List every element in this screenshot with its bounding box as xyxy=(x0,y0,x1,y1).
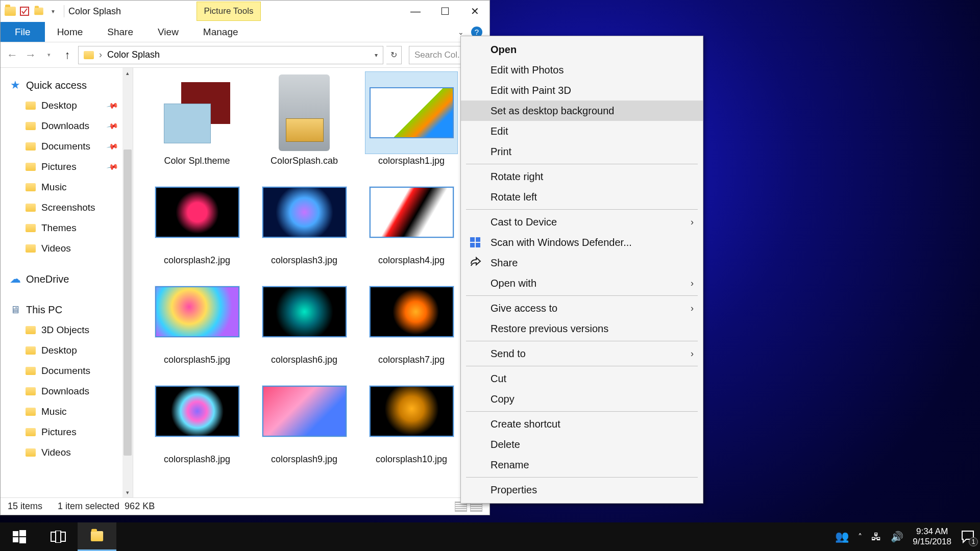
ribbon-tab-home[interactable]: Home xyxy=(45,22,95,42)
context-menu: OpenEdit with PhotosEdit with Paint 3DSe… xyxy=(460,36,703,504)
scroll-up-icon[interactable]: ▴ xyxy=(122,68,133,78)
context-menu-item[interactable]: Share xyxy=(461,253,703,273)
sidebar-item-desktop[interactable]: Desktop 📌 xyxy=(10,95,133,116)
file-item[interactable]: colorsplash6.jpg xyxy=(251,271,358,365)
context-menu-item[interactable]: Set as desktop background xyxy=(461,101,703,121)
properties-qat-icon[interactable] xyxy=(18,5,31,18)
address-bar[interactable]: › Color Splash ▾ xyxy=(78,46,383,64)
sidebar-item-label: Music xyxy=(41,182,67,193)
sidebar-item-3d-objects[interactable]: 3D Objects xyxy=(10,320,133,340)
up-button[interactable]: ↑ xyxy=(60,47,75,63)
cabinet-icon xyxy=(279,74,330,151)
sidebar-item-pictures[interactable]: Pictures xyxy=(10,422,133,442)
sidebar-item-themes[interactable]: Themes xyxy=(10,218,133,238)
file-item[interactable]: colorsplash2.jpg xyxy=(143,171,251,266)
back-button[interactable]: ← xyxy=(5,47,20,63)
network-icon[interactable]: 🖧 xyxy=(871,531,881,543)
ribbon-tab-manage[interactable]: Manage xyxy=(191,22,251,42)
context-menu-label: Cast to Device xyxy=(491,216,557,228)
qat-dropdown-icon[interactable]: ▼ xyxy=(46,5,60,18)
this-pc-label: This PC xyxy=(26,304,62,316)
scroll-thumb[interactable] xyxy=(124,149,132,456)
task-view-button[interactable] xyxy=(39,522,78,551)
file-name-label: colorsplash3.jpg xyxy=(271,255,337,266)
maximize-button[interactable]: ☐ xyxy=(430,1,460,22)
context-menu-item[interactable]: Rotate left xyxy=(461,187,703,207)
context-menu-item[interactable]: Cast to Device› xyxy=(461,212,703,232)
pin-icon: 📌 xyxy=(106,140,119,153)
context-menu-label: Share xyxy=(491,257,518,269)
refresh-button[interactable]: ↻ xyxy=(386,46,402,64)
file-item[interactable]: colorsplash5.jpg xyxy=(143,271,251,365)
recent-locations-icon[interactable]: ▾ xyxy=(41,47,57,63)
system-tray: 👥 ˄ 🖧 🔊 9:34 AM 9/15/2018 1 xyxy=(835,527,980,547)
file-name-label: colorsplash9.jpg xyxy=(271,454,337,465)
file-item[interactable]: colorsplash1.jpg xyxy=(358,72,465,166)
sidebar-item-downloads[interactable]: Downloads 📌 xyxy=(10,116,133,136)
sidebar-item-desktop[interactable]: Desktop xyxy=(10,340,133,361)
context-menu-item[interactable]: Open xyxy=(461,39,703,60)
contextual-tab-header[interactable]: Picture Tools xyxy=(197,2,261,21)
sidebar-item-screenshots[interactable]: Screenshots xyxy=(10,197,133,218)
ribbon-tab-file[interactable]: File xyxy=(1,22,45,42)
context-menu-item[interactable]: Edit xyxy=(461,121,703,141)
sidebar-item-pictures[interactable]: Pictures 📌 xyxy=(10,157,133,177)
context-menu-item[interactable]: Edit with Photos xyxy=(461,60,703,80)
address-dropdown-icon[interactable]: ▾ xyxy=(375,52,378,59)
sidebar-item-label: Themes xyxy=(41,222,77,234)
sidebar-item-documents[interactable]: Documents xyxy=(10,361,133,381)
context-menu-item[interactable]: Copy xyxy=(461,389,703,409)
context-menu-item[interactable]: Rotate right xyxy=(461,166,703,187)
sidebar-item-documents[interactable]: Documents 📌 xyxy=(10,136,133,157)
context-menu-item[interactable]: Cut xyxy=(461,368,703,389)
file-item[interactable]: colorsplash7.jpg xyxy=(358,271,465,365)
taskbar-app-explorer[interactable] xyxy=(78,522,116,551)
file-item[interactable]: Color Spl.theme xyxy=(143,72,251,166)
file-item[interactable]: colorsplash10.jpg xyxy=(358,370,465,465)
start-button[interactable] xyxy=(0,522,39,551)
people-icon[interactable]: 👥 xyxy=(835,530,849,543)
file-item[interactable]: colorsplash3.jpg xyxy=(251,171,358,266)
context-menu-item[interactable]: Scan with Windows Defender... xyxy=(461,232,703,253)
context-menu-item[interactable]: Create shortcut xyxy=(461,414,703,434)
context-menu-item[interactable]: Give access to› xyxy=(461,298,703,318)
context-menu-item[interactable]: Send to› xyxy=(461,343,703,364)
context-menu-item[interactable]: Print xyxy=(461,141,703,162)
context-menu-item[interactable]: Edit with Paint 3D xyxy=(461,80,703,101)
file-item[interactable]: ColorSplash.cab xyxy=(251,72,358,166)
explorer-body: ★ Quick access Desktop 📌 Downloads 📌 Doc… xyxy=(1,68,489,497)
scroll-down-icon[interactable]: ▾ xyxy=(122,487,133,497)
forward-button[interactable]: → xyxy=(23,47,38,63)
tray-overflow-icon[interactable]: ˄ xyxy=(858,532,862,542)
file-item[interactable]: colorsplash9.jpg xyxy=(251,370,358,465)
file-item[interactable]: colorsplash4.jpg xyxy=(358,171,465,266)
ribbon-tab-share[interactable]: Share xyxy=(95,22,145,42)
minimize-button[interactable]: ― xyxy=(401,1,430,22)
context-menu-item[interactable]: Restore previous versions xyxy=(461,318,703,339)
ribbon-expand-icon[interactable]: ⌄ xyxy=(458,28,464,36)
sidebar-item-music[interactable]: Music xyxy=(10,177,133,197)
sidebar-item-downloads[interactable]: Downloads xyxy=(10,381,133,402)
onedrive-header[interactable]: ☁ OneDrive xyxy=(10,269,133,289)
nav-scrollbar[interactable]: ▴ ▾ xyxy=(122,68,133,497)
sidebar-item-videos[interactable]: Videos xyxy=(10,238,133,259)
sidebar-item-music[interactable]: Music xyxy=(10,402,133,422)
close-button[interactable]: ✕ xyxy=(460,1,489,22)
taskbar-clock[interactable]: 9:34 AM 9/15/2018 xyxy=(913,527,951,547)
quick-access-header[interactable]: ★ Quick access xyxy=(10,75,133,95)
file-item[interactable]: colorsplash8.jpg xyxy=(143,370,251,465)
file-list[interactable]: Color Spl.theme ColorSplash.cab colorspl… xyxy=(133,68,489,497)
context-menu-item[interactable]: Delete xyxy=(461,434,703,455)
sidebar-item-videos[interactable]: Videos xyxy=(10,442,133,463)
breadcrumb-chevron-icon[interactable]: › xyxy=(99,49,102,60)
this-pc-header[interactable]: 🖥 This PC xyxy=(10,299,133,320)
new-folder-qat-icon[interactable] xyxy=(32,5,45,18)
action-center-button[interactable]: 1 xyxy=(961,529,976,544)
volume-icon[interactable]: 🔊 xyxy=(891,531,903,543)
ribbon-tab-view[interactable]: View xyxy=(145,22,191,42)
context-menu-item[interactable]: Open with› xyxy=(461,273,703,293)
breadcrumb-segment[interactable]: Color Splash xyxy=(107,49,160,60)
context-menu-separator xyxy=(466,209,698,210)
context-menu-item[interactable]: Rename xyxy=(461,455,703,475)
context-menu-item[interactable]: Properties xyxy=(461,480,703,500)
